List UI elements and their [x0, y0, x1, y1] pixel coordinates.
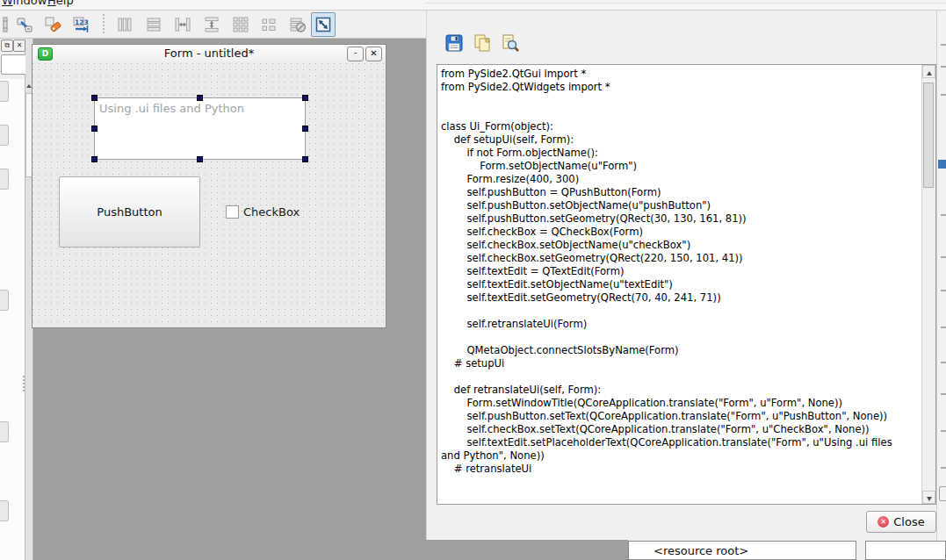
- widget-category-item[interactable]: [0, 290, 9, 311]
- find-icon[interactable]: [499, 32, 522, 54]
- selection-handle[interactable]: [91, 126, 97, 132]
- scroll-down-icon: [927, 497, 932, 501]
- lay-out-in-grid-icon[interactable]: [228, 12, 253, 37]
- property-row-sliver: [941, 214, 946, 216]
- property-row-sliver: [941, 44, 946, 46]
- minimize-button[interactable]: -: [347, 47, 364, 61]
- property-row-sliver: [941, 290, 946, 291]
- widget-box-list[interactable]: [0, 79, 25, 560]
- generated-python-code: from PySide2.QtGui import * from PySide2…: [441, 68, 921, 476]
- close-dialog-button[interactable]: ✕ Close: [866, 511, 936, 533]
- dock-float-button[interactable]: ⧉: [1, 39, 13, 52]
- resource-browser-tree[interactable]: <resource root>: [628, 541, 856, 560]
- toolbar-separator: [103, 14, 105, 33]
- dock-close-button[interactable]: ✕: [13, 39, 25, 52]
- property-row-sliver: [941, 94, 946, 96]
- edit-widgets-partial-icon[interactable]: [0, 12, 12, 37]
- property-row-sliver: [941, 430, 946, 432]
- lay-out-horizontally-in-splitter-icon[interactable]: [170, 12, 195, 37]
- lay-out-vertically-icon[interactable]: [141, 12, 166, 37]
- selection-handle[interactable]: [302, 126, 308, 132]
- form-titlebar[interactable]: D Form - untitled* - ✕: [32, 45, 386, 63]
- scroll-down-button[interactable]: [922, 491, 935, 504]
- adjust-size-icon[interactable]: [311, 12, 336, 37]
- checkbox-label: CheckBox: [243, 205, 300, 219]
- lay-out-horizontally-icon[interactable]: [112, 12, 137, 37]
- code-scrollbar[interactable]: [921, 65, 935, 504]
- menubar: Window Help: [0, 0, 946, 11]
- checkbox-widget[interactable]: CheckBox: [226, 194, 314, 230]
- form-window-title: Form - untitled*: [32, 47, 386, 60]
- copy-icon[interactable]: [471, 32, 494, 54]
- pushbutton-label: PushButton: [97, 205, 162, 219]
- break-layout-icon[interactable]: [285, 12, 310, 37]
- form-canvas[interactable]: Using .ui files and Python PushButton Ch…: [32, 62, 386, 327]
- spin-button-sliver[interactable]: [939, 486, 946, 501]
- widget-category-item[interactable]: [0, 169, 9, 190]
- property-editor-sliver: [936, 11, 946, 540]
- code-viewer-dialog: from PySide2.QtGui import * from PySide2…: [426, 11, 937, 540]
- mdi-area-bottom: [33, 540, 628, 560]
- widget-box-dock: ⧉ ✕: [0, 39, 25, 560]
- selection-handle[interactable]: [197, 156, 203, 162]
- qt-designer-screen: Window Help 123: [0, 0, 946, 560]
- checkbox-indicator[interactable]: [226, 205, 239, 219]
- edit-buddies-icon[interactable]: [40, 12, 65, 37]
- close-circle-icon: ✕: [877, 516, 889, 528]
- textedit-placeholder: Using .ui files and Python: [99, 102, 244, 115]
- scroll-up-button[interactable]: [922, 65, 935, 78]
- widget-category-item[interactable]: [0, 125, 9, 146]
- pushbutton-widget[interactable]: PushButton: [59, 176, 200, 248]
- save-icon[interactable]: [443, 32, 466, 54]
- form-editor-window: D Form - untitled* - ✕ Using .ui files a…: [32, 44, 386, 328]
- property-row-sliver: [941, 256, 946, 258]
- widget-category-item[interactable]: [0, 81, 9, 102]
- selection-handle[interactable]: [302, 156, 308, 162]
- selection-handle[interactable]: [91, 156, 97, 162]
- textedit-widget[interactable]: Using .ui files and Python: [94, 97, 306, 160]
- lay-out-in-form-layout-icon[interactable]: [256, 12, 281, 37]
- svg-text:123: 123: [75, 18, 89, 26]
- widget-filter-input[interactable]: [1, 54, 27, 75]
- menu-window[interactable]: Window: [2, 0, 47, 7]
- splitter-handle[interactable]: [23, 376, 25, 391]
- scroll-up-icon: [927, 71, 932, 75]
- edit-tab-order-icon[interactable]: 123: [69, 12, 93, 37]
- selection-handle[interactable]: [302, 95, 308, 101]
- property-row-sliver: [941, 66, 946, 68]
- property-row-sliver: [941, 327, 946, 328]
- selected-property-row[interactable]: [938, 160, 946, 169]
- widget-category-item[interactable]: [0, 500, 9, 521]
- code-text-area[interactable]: from PySide2.QtGui import * from PySide2…: [437, 64, 936, 505]
- widget-category-item[interactable]: [0, 421, 9, 442]
- property-row-sliver: [941, 467, 946, 469]
- main-toolbar: 123: [0, 11, 426, 39]
- resource-preview-panel: [865, 541, 946, 560]
- property-row-sliver: [941, 393, 946, 395]
- lay-out-vertically-in-splitter-icon[interactable]: [199, 12, 224, 37]
- close-window-button[interactable]: ✕: [365, 47, 382, 61]
- divider: [426, 3, 946, 4]
- selection-handle[interactable]: [91, 95, 97, 101]
- selection-handle[interactable]: [197, 95, 203, 101]
- scrollbar-thumb[interactable]: [923, 83, 934, 188]
- close-button-label: Close: [893, 515, 924, 528]
- property-row-sliver: [941, 362, 946, 363]
- resource-root-item[interactable]: <resource root>: [654, 544, 748, 557]
- menu-help[interactable]: Help: [47, 0, 74, 7]
- edit-signals-slots-icon[interactable]: [12, 12, 37, 37]
